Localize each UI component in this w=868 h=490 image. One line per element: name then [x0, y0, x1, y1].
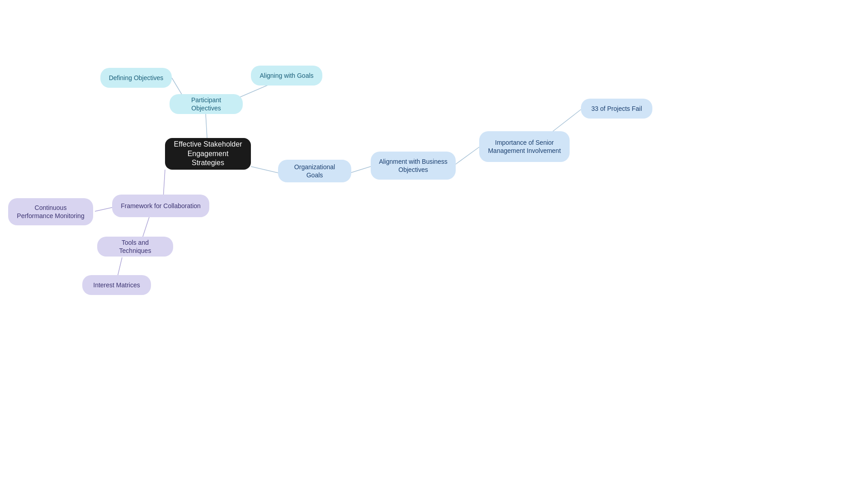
svg-line-5 [454, 147, 479, 165]
interest-matrices-node: Interest Matrices [82, 275, 151, 295]
participant-objectives-label: Participant Objectives [178, 96, 235, 112]
interest-matrices-label: Interest Matrices [93, 281, 140, 289]
projects-fail-node: 33 of Projects Fail [581, 99, 652, 119]
continuous-performance-node: Continuous Performance Monitoring [8, 198, 93, 225]
importance-senior-label: Importance of Senior Management Involvem… [487, 138, 561, 155]
alignment-business-node: Alignment with Business Objectives [371, 152, 456, 180]
center-node: Effective Stakeholder Engagement Strateg… [165, 138, 251, 170]
tools-techniques-label: Tools and Techniques [105, 238, 165, 255]
aligning-goals-label: Aligning with Goals [259, 71, 313, 80]
center-label: Effective Stakeholder Engagement Strateg… [173, 140, 243, 168]
continuous-performance-label: Continuous Performance Monitoring [16, 204, 85, 220]
importance-senior-node: Importance of Senior Management Involvem… [479, 131, 570, 162]
framework-collaboration-node: Framework for Collaboration [112, 195, 209, 217]
svg-line-3 [251, 167, 278, 173]
projects-fail-label: 33 of Projects Fail [591, 105, 642, 113]
defining-objectives-label: Defining Objectives [109, 74, 164, 82]
alignment-business-label: Alignment with Business Objectives [379, 157, 448, 174]
svg-line-4 [350, 167, 371, 173]
organizational-goals-node: Organizational Goals [278, 160, 351, 182]
organizational-goals-label: Organizational Goals [286, 163, 343, 179]
participant-objectives-node: Participant Objectives [170, 94, 243, 114]
tools-techniques-node: Tools and Techniques [97, 237, 173, 257]
aligning-goals-node: Aligning with Goals [251, 66, 322, 86]
framework-collaboration-label: Framework for Collaboration [121, 202, 201, 210]
defining-objectives-node: Defining Objectives [100, 68, 172, 88]
